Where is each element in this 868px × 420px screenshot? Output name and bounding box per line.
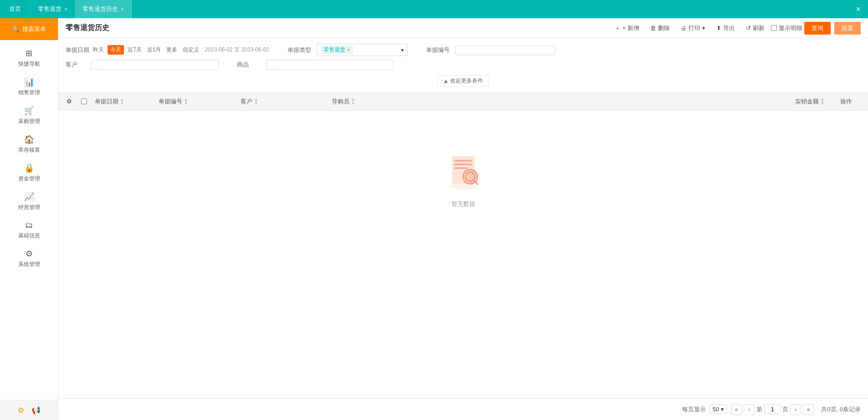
date-sort-arrows[interactable]: ▲▼ <box>120 98 124 105</box>
settings-gear-icon[interactable]: ⚙ <box>18 406 24 415</box>
bill-type-tag: 零售退货 × <box>321 46 353 54</box>
window-close-button[interactable]: × <box>856 5 861 14</box>
total-info: 共0页, 0条记录 <box>821 405 861 414</box>
set-button[interactable]: 设置 <box>834 22 861 35</box>
date-opt-yesterday[interactable]: 昨天 <box>91 45 106 55</box>
add-label: + 新增 <box>622 24 639 32</box>
date-opt-today[interactable]: 今天 <box>108 45 124 55</box>
top-bar-right: × <box>856 5 868 14</box>
empty-text: 暂无数据 <box>452 200 475 208</box>
date-opt-custom[interactable]: 自定义 <box>181 45 201 55</box>
bill-type-tag-label: 零售退货 <box>324 46 345 54</box>
collapse-up-icon: ▲ <box>443 78 449 84</box>
table-setting-icon: ⚙ <box>67 98 72 105</box>
bill-no-sort-arrows[interactable]: ▲▼ <box>184 98 188 105</box>
bill-no-input[interactable] <box>455 45 555 55</box>
bill-type-select[interactable]: 零售退货 × ▾ <box>317 44 408 56</box>
refresh-button[interactable]: ↺ 刷新 <box>741 22 769 34</box>
th-ops: 操作 <box>828 97 864 106</box>
page-size-dropdown-icon: ▾ <box>721 406 724 413</box>
last-page-button[interactable]: » <box>803 404 814 415</box>
sidebar-item-label: 销售管理 <box>18 89 40 97</box>
date-opt-week[interactable]: 近7天 <box>126 45 144 55</box>
tab-home[interactable]: 首页 <box>0 0 31 18</box>
sidebar-search[interactable]: 🔍 搜索菜单 <box>0 18 58 40</box>
filter-area: 单据日期 昨天 今天 近7天 近1月 更多 自定义 2023-06-02 至 2… <box>58 38 868 92</box>
right-actions: ＋ + 新增 🗑 删除 🖨 打印 ▾ ⬆ 导出 ↺ <box>610 22 861 35</box>
select-all-checkbox[interactable] <box>81 98 87 104</box>
date-range-display: 2023-06-02 至 2023-06-02 <box>205 46 269 54</box>
system-icon: ⚙ <box>26 249 33 259</box>
purchase-icon: 🛒 <box>24 106 34 116</box>
th-customer[interactable]: 客户 ▲▼ <box>237 97 328 106</box>
export-label: 导出 <box>723 24 735 32</box>
prev-page-button[interactable]: ‹ <box>744 404 755 415</box>
sales-icon: 📊 <box>24 77 34 87</box>
tab-return[interactable]: 零售退货 × <box>31 0 75 18</box>
sidebar-item-purchase[interactable]: 🛒 采购管理 <box>0 101 58 130</box>
th-date[interactable]: 单据日期 ▲▼ <box>91 97 155 106</box>
date-opt-month[interactable]: 近1月 <box>145 45 163 55</box>
sidebar-item-label: 资金管理 <box>18 175 40 183</box>
first-page-button[interactable]: « <box>731 404 742 415</box>
sidebar-item-sales[interactable]: 📊 销售管理 <box>0 72 58 101</box>
export-icon: ⬆ <box>716 25 721 31</box>
th-setting[interactable]: ⚙ <box>62 98 77 105</box>
customer-sort-arrows[interactable]: ▲▼ <box>254 98 258 105</box>
collapse-label: 收起更多条件 <box>450 77 483 85</box>
return-tab-close[interactable]: × <box>64 6 67 12</box>
show-detail-checkbox[interactable] <box>771 25 777 31</box>
print-button[interactable]: 🖨 打印 ▾ <box>676 22 710 34</box>
volume-icon[interactable]: 📢 <box>31 406 41 415</box>
page-number-input[interactable] <box>764 405 781 414</box>
guide-sort-arrows[interactable]: ▲▼ <box>351 98 355 105</box>
goods-input[interactable]: ... <box>266 60 394 70</box>
sidebar-item-operation[interactable]: 📈 经营管理 <box>0 187 58 216</box>
svg-line-7 <box>475 181 478 184</box>
bill-type-tag-remove[interactable]: × <box>347 47 350 53</box>
page-size-select[interactable]: 50 ▾ <box>709 405 727 414</box>
search-icon: 🔍 <box>12 26 20 33</box>
customer-label: 客户 <box>66 61 91 69</box>
sidebar-item-finance[interactable]: 🔒 资金管理 <box>0 159 58 187</box>
th-bill-no[interactable]: 单据编号 ▲▼ <box>155 97 237 106</box>
operation-icon: 📈 <box>24 192 34 202</box>
bill-no-label: 单据编号 <box>426 46 452 54</box>
bill-type-dropdown-icon: ▾ <box>401 47 404 53</box>
sidebar-item-inventory[interactable]: 🏠 库存核算 <box>0 130 58 159</box>
sidebar: 🔍 搜索菜单 ⊞ 快捷导航 📊 销售管理 🛒 采购管理 🏠 库存核算 🔒 <box>0 18 58 420</box>
page-unit-label: 页 <box>782 405 788 414</box>
page-size-value: 50 <box>713 406 719 413</box>
content-area: 零售退货历史 ＋ + 新增 🗑 删除 🖨 打印 ▾ ⬆ 导出 <box>58 18 868 420</box>
empty-state: 暂无数据 <box>58 111 868 245</box>
goods-placeholder: ... <box>270 61 275 68</box>
sidebar-search-label: 搜索菜单 <box>22 25 46 33</box>
customer-input[interactable]: ... <box>91 60 219 70</box>
show-detail-label: 显示明细 <box>779 24 802 32</box>
export-button[interactable]: ⬆ 导出 <box>712 22 740 34</box>
empty-state-icon <box>441 147 486 193</box>
show-detail-checkbox-container: 显示明细 <box>771 24 802 32</box>
tab-list: 首页 零售退货 × 零售退货历史 × <box>0 0 856 18</box>
sidebar-item-basic-info[interactable]: 🗂 基础信息 <box>0 216 58 244</box>
sidebar-item-system[interactable]: ⚙ 系统管理 <box>0 244 58 273</box>
query-button[interactable]: 查询 <box>804 22 831 35</box>
page-title: 零售退货历史 <box>66 23 109 33</box>
th-amount[interactable]: 实销金额 ▲▼ <box>392 97 828 106</box>
amount-sort-arrows[interactable]: ▲▼ <box>821 98 824 105</box>
date-opt-more[interactable]: 更多 <box>164 45 179 55</box>
th-checkbox[interactable] <box>77 98 91 104</box>
table-container: ⚙ 单据日期 ▲▼ 单据编号 ▲▼ 客 <box>58 92 868 398</box>
print-dropdown-icon: ▾ <box>702 25 705 31</box>
delete-button[interactable]: 🗑 删除 <box>646 22 674 34</box>
pagination: 每页显示 50 ▾ « ‹ 第 页 › » 共0页, 0条记录 <box>58 398 868 420</box>
tab-return-history[interactable]: 零售退货历史 × <box>75 0 132 18</box>
return-history-tab-close[interactable]: × <box>121 6 124 12</box>
collapse-button[interactable]: ▲ 收起更多条件 <box>437 75 489 87</box>
next-page-button[interactable]: › <box>790 404 801 415</box>
th-guide[interactable]: 导购员 ▲▼ <box>328 97 392 106</box>
filter-row-1: 单据日期 昨天 今天 近7天 近1月 更多 自定义 2023-06-02 至 2… <box>66 44 861 56</box>
add-button[interactable]: ＋ + 新增 <box>610 22 644 34</box>
sidebar-item-quick-nav[interactable]: ⊞ 快捷导航 <box>0 44 58 72</box>
finance-icon: 🔒 <box>24 163 34 173</box>
